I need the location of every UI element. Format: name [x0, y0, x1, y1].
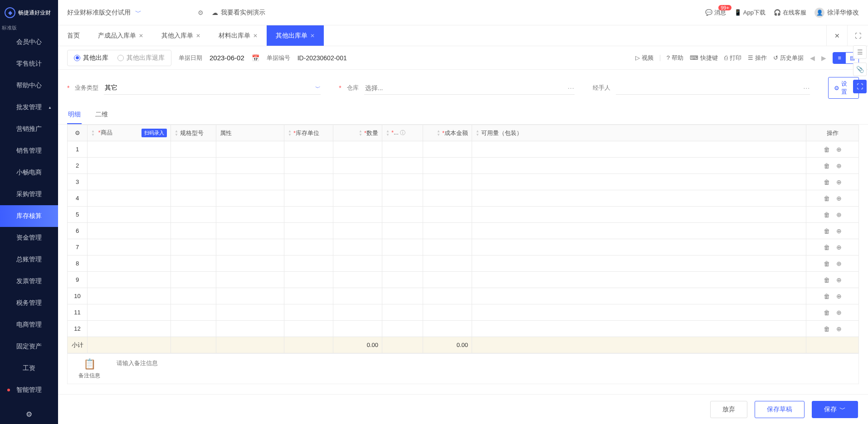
remark-input[interactable]	[111, 354, 858, 384]
more-icon[interactable]: ···	[568, 84, 575, 92]
messages-button[interactable]: 💬 消息 99+	[705, 9, 726, 17]
delete-icon[interactable]: 🗑	[824, 211, 830, 218]
user-menu[interactable]: 👤 徐泽华修改	[814, 8, 859, 18]
scan-button[interactable]: 扫码录入	[141, 129, 167, 137]
delete-icon[interactable]: 🗑	[824, 244, 830, 251]
demo-link[interactable]: ☁ 我要看实例演示	[212, 9, 265, 17]
delete-icon[interactable]: 🗑	[824, 325, 830, 332]
sidebar-item[interactable]: 税务管理	[0, 292, 58, 314]
page-tab[interactable]: 其他出库单✕	[267, 25, 324, 46]
save-button[interactable]: 保存 ﹀	[812, 401, 858, 418]
view-list-button[interactable]: ≡	[833, 53, 846, 63]
close-icon[interactable]: ✕	[139, 33, 143, 39]
sidebar-item[interactable]: 固定资产	[0, 336, 58, 357]
prev-icon[interactable]: ◀	[810, 54, 815, 62]
sidebar-item[interactable]: 小畅电商	[0, 162, 58, 183]
col-unit[interactable]: ▲▼*库存单位	[284, 125, 333, 141]
print-link[interactable]: ⎙打印	[724, 54, 741, 62]
table-row[interactable]: 5🗑⊕	[68, 207, 859, 223]
radio-other-out-return[interactable]: 其他出库退库	[117, 54, 165, 62]
close-icon[interactable]: ✕	[253, 33, 258, 39]
col-config[interactable]: ⚙	[68, 125, 88, 141]
gear-icon[interactable]: ⚙	[198, 9, 204, 16]
col-amount[interactable]: ▲▼*成本金额	[423, 125, 472, 141]
table-row[interactable]: 2🗑⊕	[68, 158, 859, 174]
delete-icon[interactable]: 🗑	[824, 260, 830, 267]
page-tab[interactable]: 材料出库单✕	[210, 25, 267, 46]
date-value[interactable]: 2023-06-02	[210, 54, 244, 62]
close-icon[interactable]: ✕	[196, 33, 200, 39]
sidebar-item[interactable]: 智能管理	[0, 379, 58, 401]
shortcut-link[interactable]: ⌨快捷键	[690, 54, 718, 62]
col-attr[interactable]: 属性	[216, 125, 284, 141]
add-icon[interactable]: ⊕	[836, 162, 842, 169]
add-icon[interactable]: ⊕	[836, 195, 842, 202]
sidebar-item[interactable]: 总账管理	[0, 249, 58, 270]
delete-icon[interactable]: 🗑	[824, 227, 830, 235]
add-icon[interactable]: ⊕	[836, 178, 842, 186]
more-icon[interactable]: ···	[803, 84, 810, 92]
rail-note-button[interactable]: ☰	[853, 45, 867, 59]
add-icon[interactable]: ⊕	[836, 211, 842, 218]
chevron-down-icon[interactable]: ﹀	[315, 84, 321, 92]
biztype-input[interactable]	[104, 82, 321, 95]
delete-icon[interactable]: 🗑	[824, 195, 830, 202]
service-button[interactable]: 🎧 在线客服	[774, 9, 806, 17]
info-icon[interactable]: ⓘ	[400, 130, 405, 136]
page-tab[interactable]: 首页	[58, 25, 89, 46]
col-qty[interactable]: ▲▼*数量	[333, 125, 382, 141]
sidebar-item[interactable]: 发票管理	[0, 270, 58, 292]
add-icon[interactable]: ⊕	[836, 309, 842, 316]
next-icon[interactable]: ▶	[821, 54, 826, 62]
settings-gear-icon[interactable]: ⚙	[26, 410, 32, 419]
help-link[interactable]: ?帮助	[667, 54, 683, 62]
page-tab[interactable]: 其他入库单✕	[152, 25, 210, 46]
add-icon[interactable]: ⊕	[836, 146, 842, 153]
add-icon[interactable]: ⊕	[836, 325, 842, 332]
subtab-detail[interactable]: 明细	[67, 106, 82, 124]
table-row[interactable]: 6🗑⊕	[68, 223, 859, 239]
sidebar-item[interactable]: 经营管理	[0, 401, 58, 404]
rail-attach-button[interactable]: 📎	[853, 63, 867, 76]
add-icon[interactable]: ⊕	[836, 293, 842, 300]
sidebar-item[interactable]: 工资	[0, 357, 58, 379]
operate-link[interactable]: ☰操作	[748, 54, 767, 62]
table-row[interactable]: 8🗑⊕	[68, 255, 859, 272]
table-row[interactable]: 3🗑⊕	[68, 174, 859, 190]
sidebar-item[interactable]: 资金管理	[0, 227, 58, 249]
add-icon[interactable]: ⊕	[836, 276, 842, 284]
fullscreen-button[interactable]: ⛶	[847, 25, 868, 46]
table-row[interactable]: 10🗑⊕	[68, 288, 859, 304]
handler-input[interactable]	[616, 82, 810, 95]
sidebar-item[interactable]: 零售统计	[0, 53, 58, 75]
delete-icon[interactable]: 🗑	[824, 178, 830, 186]
delete-icon[interactable]: 🗑	[824, 293, 830, 300]
env-selector[interactable]: 好业财标准版交付试用 ﹀	[67, 9, 190, 17]
add-icon[interactable]: ⊕	[836, 244, 842, 251]
sidebar-item[interactable]: 营销推广	[0, 118, 58, 140]
sidebar-item[interactable]: 销售管理	[0, 140, 58, 162]
save-draft-button[interactable]: 保存草稿	[755, 401, 805, 418]
sidebar-item[interactable]: 电商管理	[0, 314, 58, 336]
sidebar-item[interactable]: 采购管理	[0, 183, 58, 205]
radio-other-out[interactable]: 其他出库	[74, 54, 108, 62]
col-price[interactable]: ▲▼*... ⓘ	[382, 125, 423, 141]
close-all-tabs[interactable]: ✕	[826, 25, 847, 46]
page-tab[interactable]: 产成品入库单✕	[89, 25, 152, 46]
appdownload-button[interactable]: 📱 App下载	[734, 9, 766, 17]
history-link[interactable]: ↺历史单据	[773, 54, 804, 62]
rail-expand-button[interactable]: ⛶	[853, 80, 867, 93]
sidebar-item[interactable]: 帮助中心	[0, 75, 58, 96]
table-row[interactable]: 1🗑⊕	[68, 141, 859, 158]
col-avail[interactable]: ▲▼可用量（包装）	[472, 125, 806, 141]
warehouse-input[interactable]	[364, 82, 575, 95]
add-icon[interactable]: ⊕	[836, 260, 842, 267]
calendar-icon[interactable]: 📅	[252, 54, 259, 62]
table-row[interactable]: 9🗑⊕	[68, 272, 859, 288]
video-link[interactable]: ▷视频	[635, 54, 653, 62]
delete-icon[interactable]: 🗑	[824, 309, 830, 316]
col-spec[interactable]: ▲▼规格型号	[171, 125, 216, 141]
table-row[interactable]: 11🗑⊕	[68, 304, 859, 321]
delete-icon[interactable]: 🗑	[824, 146, 830, 153]
discard-button[interactable]: 放弃	[710, 401, 747, 418]
